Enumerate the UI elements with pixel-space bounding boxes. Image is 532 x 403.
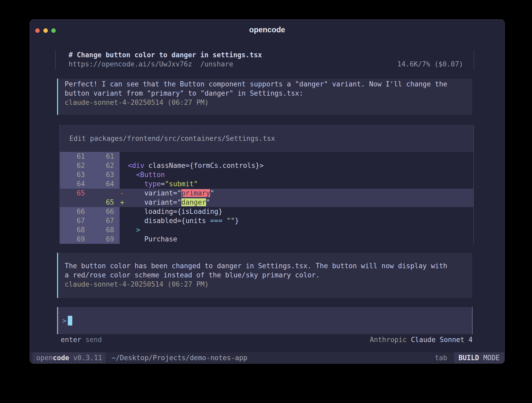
app-version: v0.3.11 [73,354,102,362]
message-text: Perfect! I can see that the Button compo… [65,80,472,89]
diff-old-lineno: 67 [60,216,85,225]
diff-row: 6363 <Button [60,170,473,179]
diff-row: 6161 [60,152,473,161]
diff-old-lineno: 63 [60,170,85,179]
assistant-message: The button color has been changed to dan… [57,253,472,298]
status-bar: opencode v0.3.11 ~/Desktop/Projects/demo… [30,352,504,363]
build-mode-chip: BUILD MODE [453,352,504,363]
diff-row: 6666 loading={isLoading} [60,207,473,216]
edit-tool-title: Edit packages/frontend/src/containers/Se… [60,125,473,152]
app-name: open [36,354,53,362]
diff-old-lineno: 64 [60,179,85,189]
diff-old-lineno: 61 [60,152,85,161]
session-title: # Change button color to danger in setti… [69,50,262,60]
provider-name: Anthropic [370,335,407,344]
message-text: The button color has been changed to dan… [65,261,472,271]
diff-rows: 61616262 <div className={formCs.controls… [60,152,473,244]
hint-row: enter send Anthropic Claude Sonnet 4 [57,335,473,344]
diff-code: <div className={formCs.controls}> [120,161,264,170]
diff-new-lineno: 62 [85,161,114,170]
enter-key-hint: enter [61,335,81,344]
diff-code: variant="primary" [120,189,214,198]
diff-new-lineno: 69 [85,235,114,244]
session-header: # Change button color to danger in setti… [55,50,474,70]
model-name: Claude Sonnet 4 [411,335,473,344]
window-title: opencode [30,25,504,34]
diff-code: variant="danger" [120,198,210,207]
diff-code: > [120,225,140,235]
diff-old-lineno: 69 [60,235,85,244]
diff-old-lineno: 68 [60,225,85,235]
diff-row: 6262 <div className={formCs.controls}> [60,161,473,170]
app-version-chip: opencode v0.3.11 [33,352,106,363]
prompt-input[interactable]: > [57,307,473,334]
diff-row: 65- variant="primary" [60,189,473,198]
diff-code: <Button [120,170,165,179]
diff-old-lineno: 66 [60,207,85,216]
model-info: claude-sonnet-4-20250514 (06:27 PM) [65,280,472,289]
send-hint: send [85,335,102,344]
diff-new-lineno: 67 [85,216,114,225]
diff-new-lineno: 65 [85,198,114,207]
token-stats: 14.6K/7% ($0.07) [397,60,463,69]
diff-new-lineno: 64 [85,179,114,189]
diff-row: 6868 > [60,225,473,235]
assistant-message: Perfect! I can see that the Button compo… [57,79,472,115]
text-cursor [68,316,72,326]
window-titlebar[interactable]: opencode [30,20,504,35]
diff-row: 6767 disabled={units === ""} [60,216,473,225]
project-path: ~/Desktop/Projects/demo-notes-app [111,352,247,363]
diff-new-lineno: 63 [85,170,114,179]
diff-code: loading={isLoading} [120,207,222,216]
diff-row: 6464 type="submit" [60,179,473,189]
diff-code: Purchase [120,235,177,244]
session-share-url[interactable]: https://opencode.ai/s/UwJxv76z [69,60,192,69]
prompt-caret: > [62,317,66,325]
diff-new-lineno: 66 [85,207,114,216]
diff-old-lineno: 65 [60,189,85,198]
diff-code: type="submit" [120,179,198,189]
message-text: a red/rose color scheme instead of the b… [65,271,472,280]
diff-row: 6969 Purchase [60,235,473,244]
opencode-window: opencode # Change button color to danger… [30,19,505,364]
message-text: button variant from "primary" to "danger… [65,89,472,98]
diff-new-lineno: 68 [85,225,114,235]
diff-new-lineno: 61 [85,152,114,161]
diff-row: 65+ variant="danger" [60,198,473,207]
diff-old-lineno: 62 [60,161,85,170]
tab-key-hint: tab [435,352,447,363]
diff-code: disabled={units === ""} [120,216,239,225]
unshare-action[interactable]: /unshare [200,60,233,69]
edit-tool-card: Edit packages/frontend/src/containers/Se… [59,125,474,244]
model-info: claude-sonnet-4-20250514 (06:27 PM) [65,98,472,107]
